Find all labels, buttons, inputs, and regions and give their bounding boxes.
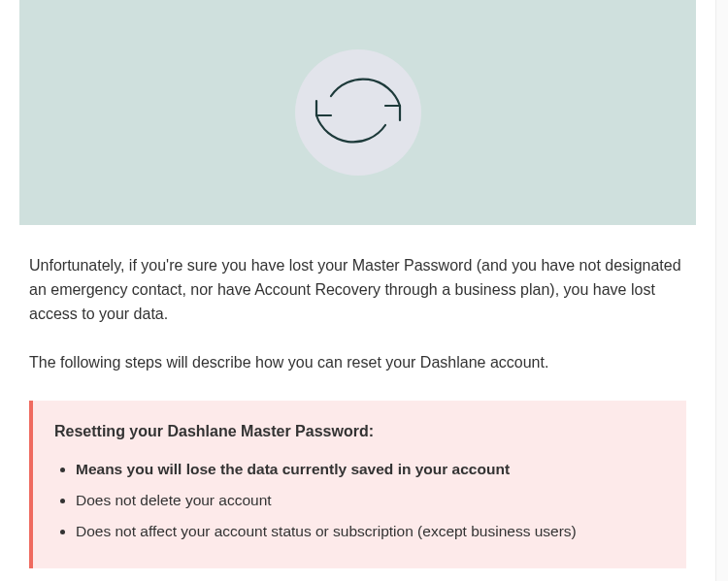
callout-title: Resetting your Dashlane Master Password: <box>54 420 665 444</box>
content: Unfortunately, if you're sure you have l… <box>0 254 715 568</box>
list-item: Does not affect your account status or s… <box>76 520 665 543</box>
sync-icon <box>295 48 421 178</box>
list-item: Means you will lose the data currently s… <box>76 458 665 481</box>
intro-paragraph-1: Unfortunately, if you're sure you have l… <box>29 254 686 326</box>
banner <box>19 0 696 225</box>
list-item: Does not delete your account <box>76 489 665 512</box>
sync-icon-circle <box>295 49 421 176</box>
intro-paragraph-2: The following steps will describe how yo… <box>29 351 686 375</box>
document-page: Unfortunately, if you're sure you have l… <box>0 0 716 581</box>
callout-list: Means you will lose the data currently s… <box>54 458 665 543</box>
callout-box: Resetting your Dashlane Master Password:… <box>29 401 686 568</box>
